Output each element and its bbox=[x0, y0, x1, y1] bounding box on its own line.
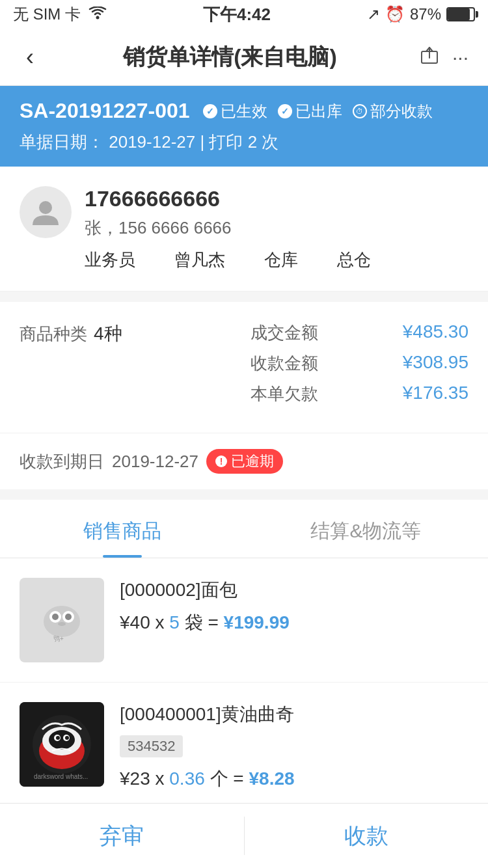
sales-name: 曾凡杰 bbox=[174, 249, 225, 271]
svg-point-0 bbox=[96, 16, 100, 20]
tab-settlement-logistics[interactable]: 结算&物流等 bbox=[244, 500, 488, 558]
table-row: darksword whats... [000400001]黄油曲奇 53453… bbox=[0, 683, 488, 811]
overdue-icon: ! bbox=[215, 455, 227, 467]
product-types-label: 商品种类 bbox=[20, 323, 87, 346]
svg-point-15 bbox=[49, 730, 75, 750]
user-avatar-icon bbox=[29, 196, 62, 228]
product-pricing-cookies: ¥23 x 0.36 个 = ¥8.28 bbox=[120, 766, 468, 791]
svg-point-19 bbox=[65, 736, 69, 740]
svg-point-9 bbox=[58, 622, 66, 626]
due-date-value: 2019-12-27 bbox=[112, 452, 198, 472]
overdue-text: 已逾期 bbox=[231, 452, 274, 471]
product-details-bread: [0000002]面包 ¥40 x 5 袋 = ¥199.99 bbox=[120, 578, 468, 635]
confirm-button[interactable]: 收款 bbox=[245, 804, 489, 868]
deal-amount-row: 成交金额 ¥485.30 bbox=[251, 321, 468, 344]
tabs-divider bbox=[0, 489, 488, 500]
page-title: 销货单详情(来自电脑) bbox=[123, 42, 337, 72]
status-right: ↗ ⏰ 87% bbox=[367, 5, 475, 23]
product-image-cookies: darksword whats... bbox=[20, 702, 104, 787]
bottom-bar: 弃审 收款 bbox=[0, 803, 488, 868]
products-list: 鸮+ [0000002]面包 ¥40 x 5 袋 = ¥199.99 bbox=[0, 558, 488, 811]
status-bar: 无 SIM 卡 下午4:42 ↗ ⏰ 87% bbox=[0, 0, 488, 29]
alarm-icon: ⏰ bbox=[385, 5, 405, 23]
battery-text: 87% bbox=[410, 5, 441, 23]
location-icon: ↗ bbox=[367, 5, 380, 23]
received-label: 收款金额 bbox=[251, 352, 318, 375]
order-header-top: SA-20191227-001 ✓ 已生效 ✓ 已出库 ⏱ 部分收款 bbox=[20, 99, 468, 123]
summary-left: 商品种类 4种 bbox=[20, 321, 237, 413]
nav-bar: ‹ 销货单详情(来自电脑) ··· bbox=[0, 29, 488, 86]
order-header: SA-20191227-001 ✓ 已生效 ✓ 已出库 ⏱ 部分收款 单据日期：… bbox=[0, 86, 488, 167]
ninja-icon: darksword whats... bbox=[20, 702, 104, 787]
svg-text:鸮+: 鸮+ bbox=[53, 635, 64, 642]
sales-label: 业务员 bbox=[85, 249, 135, 271]
customer-meta: 业务员 曾凡杰 仓库 总仓 bbox=[85, 249, 468, 271]
product-qty-cookies: 0.36 bbox=[169, 768, 205, 789]
product-details-cookies: [000400001]黄油曲奇 534532 ¥23 x 0.36 个 = ¥8… bbox=[120, 702, 468, 791]
tabs: 销售商品 结算&物流等 bbox=[0, 500, 488, 558]
cancel-button[interactable]: 弃审 bbox=[0, 804, 244, 868]
avatar bbox=[20, 186, 72, 238]
owl-icon: 鸮+ bbox=[36, 594, 88, 646]
deal-amount-value: ¥485.30 bbox=[403, 321, 468, 344]
balance-label: 本单欠款 bbox=[251, 383, 318, 405]
table-row: 鸮+ [0000002]面包 ¥40 x 5 袋 = ¥199.99 bbox=[0, 558, 488, 683]
product-image-bread: 鸮+ bbox=[20, 578, 104, 662]
svg-text:darksword whats...: darksword whats... bbox=[34, 773, 88, 780]
customer-section: 17666666666 张，156 6666 6666 业务员 曾凡杰 仓库 总… bbox=[0, 167, 488, 292]
status-time: 下午4:42 bbox=[203, 3, 271, 26]
svg-point-7 bbox=[52, 614, 59, 620]
more-button[interactable]: ··· bbox=[452, 46, 468, 68]
check-icon-1: ✓ bbox=[203, 104, 217, 118]
svg-point-4 bbox=[44, 606, 80, 637]
divider-1 bbox=[0, 292, 488, 302]
customer-name-phone: 张，156 6666 6666 bbox=[85, 217, 468, 239]
back-button[interactable]: ‹ bbox=[20, 37, 40, 77]
product-name-cookies: [000400001]黄油曲奇 bbox=[120, 702, 468, 727]
overdue-badge: ! 已逾期 bbox=[206, 449, 283, 474]
received-amount-row: 收款金额 ¥308.95 bbox=[251, 352, 468, 375]
badge-effective: ✓ 已生效 bbox=[203, 101, 267, 122]
carrier-text: 无 SIM 卡 bbox=[13, 4, 81, 25]
product-types-row: 商品种类 4种 bbox=[20, 321, 237, 346]
product-qty-bread: 5 bbox=[169, 612, 180, 632]
tab-sales-products[interactable]: 销售商品 bbox=[0, 500, 244, 558]
svg-point-18 bbox=[56, 736, 60, 740]
share-button[interactable] bbox=[420, 45, 439, 69]
product-pricing-bread: ¥40 x 5 袋 = ¥199.99 bbox=[120, 610, 468, 635]
svg-point-3 bbox=[39, 201, 52, 214]
product-sku: 534532 bbox=[120, 735, 183, 757]
customer-info: 17666666666 张，156 6666 6666 业务员 曾凡杰 仓库 总… bbox=[85, 186, 468, 271]
received-amount-value: ¥308.95 bbox=[403, 352, 468, 375]
badge-partial: ⏱ 部分收款 bbox=[353, 101, 433, 122]
product-name-bread: [0000002]面包 bbox=[120, 578, 468, 603]
wifi-icon bbox=[88, 5, 107, 23]
nav-actions: ··· bbox=[420, 45, 468, 69]
order-number: SA-20191227-001 bbox=[20, 99, 190, 123]
check-icon-2: ✓ bbox=[278, 104, 292, 118]
product-total-cookies: ¥8.28 bbox=[249, 768, 294, 789]
warehouse-label: 仓库 bbox=[264, 249, 298, 271]
badge-shipped: ✓ 已出库 bbox=[278, 101, 342, 122]
battery-icon bbox=[446, 7, 475, 21]
balance-row: 本单欠款 ¥176.35 bbox=[251, 383, 468, 405]
order-badges: ✓ 已生效 ✓ 已出库 ⏱ 部分收款 bbox=[203, 101, 433, 122]
summary-right: 成交金额 ¥485.30 收款金额 ¥308.95 本单欠款 ¥176.35 bbox=[251, 321, 468, 413]
warehouse-name: 总仓 bbox=[337, 249, 371, 271]
clock-icon: ⏱ bbox=[353, 104, 367, 118]
svg-point-8 bbox=[65, 614, 72, 620]
due-date-label: 收款到期日 bbox=[20, 450, 104, 473]
customer-id: 17666666666 bbox=[85, 186, 468, 211]
battery-fill bbox=[448, 8, 470, 20]
deal-amount-label: 成交金额 bbox=[251, 321, 318, 344]
summary-section: 商品种类 4种 成交金额 ¥485.30 收款金额 ¥308.95 本单欠款 ¥… bbox=[0, 302, 488, 433]
product-total-bread: ¥199.99 bbox=[224, 612, 290, 632]
balance-amount-value: ¥176.35 bbox=[403, 383, 468, 405]
order-date-info: 单据日期： 2019-12-27 | 打印 2 次 bbox=[20, 131, 468, 154]
status-left: 无 SIM 卡 bbox=[13, 4, 107, 25]
due-section: 收款到期日 2019-12-27 ! 已逾期 bbox=[0, 433, 488, 489]
product-types-value: 4种 bbox=[94, 321, 122, 346]
